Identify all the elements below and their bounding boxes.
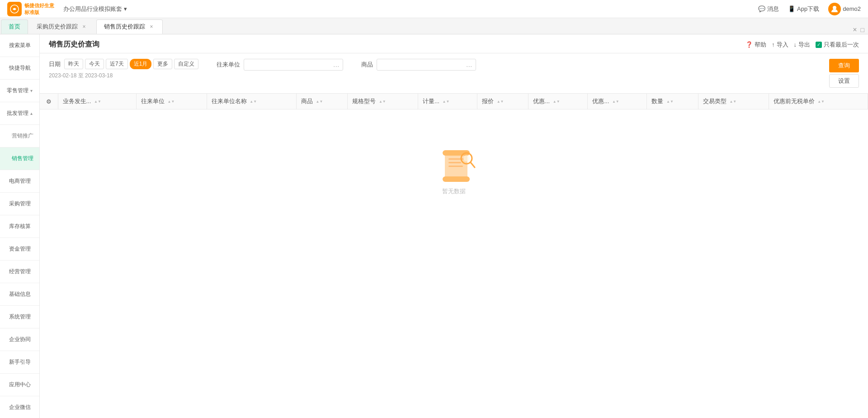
user-menu[interactable]: demo2 <box>828 3 861 15</box>
tab-home[interactable]: 首页 <box>1 19 28 34</box>
purchase-tab-close[interactable]: × <box>80 23 88 30</box>
th-pretax-price[interactable]: 优惠前无税单价 ▲▼ <box>769 94 868 109</box>
th-settings[interactable]: ⚙ <box>40 94 58 109</box>
export-btn[interactable]: ↓ 导出 <box>794 41 811 49</box>
app-selector[interactable]: 办公用品行业模拟账套 ▾ <box>63 5 127 13</box>
main-layout: 搜索菜单 快捷导航 零售管理 ▾ 批发管理 ▴ 营销推广 销售管理 电商管理 采… <box>0 34 868 418</box>
svg-line-10 <box>471 162 475 167</box>
date-btn-more[interactable]: 更多 <box>153 59 172 69</box>
quick-nav-label: 快捷导航 <box>9 64 31 72</box>
sidebar-item-purchase[interactable]: 采购管理 <box>0 193 39 215</box>
sidebar-item-guide[interactable]: 新手引导 <box>0 351 39 374</box>
checkbox-icon: ✓ <box>816 42 822 48</box>
sales-tab-close[interactable]: × <box>148 23 155 30</box>
header-right: 💬 消息 📱 App下载 demo2 <box>758 3 861 15</box>
th-qty[interactable]: 数量 ▲▼ <box>647 94 698 109</box>
only-last-checkbox[interactable]: ✓ 只看最后一次 <box>816 41 859 49</box>
sidebar-item-wholesale[interactable]: 批发管理 ▴ <box>0 102 39 125</box>
sidebar-item-appcenter[interactable]: 应用中心 <box>0 374 39 396</box>
th-discount2[interactable]: 优惠... ▲▼ <box>588 94 647 109</box>
sales-mgmt-label: 销售管理 <box>12 155 33 162</box>
table-container: ⚙ 业务发生... ▲▼ 往来单位 ▲▼ 往来单位名称 ▲▼ <box>40 94 868 418</box>
sidebar-item-search-menu[interactable]: 搜索菜单 <box>0 34 39 57</box>
inventory-label: 库存核算 <box>9 223 31 230</box>
th-partner-name[interactable]: 往来单位名称 ▲▼ <box>207 94 296 109</box>
page-title: 销售历史价查询 <box>49 40 99 49</box>
date-filter-row: 日期 昨天 今天 近7天 近1月 更多 自定义 <box>49 59 198 69</box>
message-icon: 💬 <box>758 5 765 12</box>
settings-button[interactable]: 设置 <box>829 74 859 88</box>
sort-icon-unit: ▲▼ <box>442 100 449 104</box>
help-btn[interactable]: ❓ 帮助 <box>745 41 766 49</box>
sidebar-item-system[interactable]: 系统管理 <box>0 306 39 328</box>
th-partner-code[interactable]: 往来单位 ▲▼ <box>136 94 207 109</box>
svg-point-1 <box>833 6 836 10</box>
chevron-down-icon: ▾ <box>124 5 127 12</box>
sidebar-item-finance[interactable]: 资金管理 <box>0 238 39 261</box>
sidebar-item-sales-mgmt[interactable]: 销售管理 <box>0 147 39 170</box>
th-trade-type[interactable]: 交易类型 ▲▼ <box>698 94 769 109</box>
message-btn[interactable]: 💬 消息 <box>758 5 779 13</box>
sidebar-item-quick-nav[interactable]: 快捷导航 <box>0 57 39 80</box>
sidebar-item-retail[interactable]: 零售管理 ▾ <box>0 80 39 102</box>
th-unit[interactable]: 计量... ▲▼ <box>418 94 477 109</box>
window-close-btn[interactable]: × <box>853 26 857 34</box>
partner-input-dots: ... <box>333 61 339 69</box>
retail-label: 零售管理 <box>7 87 28 95</box>
basic-label: 基础信息 <box>9 290 31 298</box>
avatar <box>828 3 841 15</box>
sidebar-item-basic[interactable]: 基础信息 <box>0 283 39 306</box>
th-product[interactable]: 商品 ▲▼ <box>296 94 347 109</box>
date-shortcuts: 昨天 今天 近7天 近1月 更多 自定义 <box>64 59 198 69</box>
logo-area: 畅捷信好生意 标准版 <box>7 2 54 16</box>
sidebar-item-ecommerce[interactable]: 电商管理 <box>0 170 39 193</box>
sidebar-item-marketing[interactable]: 营销推广 <box>0 125 39 147</box>
appcenter-label: 应用中心 <box>9 381 31 389</box>
sort-icon-trade-type: ▲▼ <box>729 100 736 104</box>
help-icon: ❓ <box>745 41 753 48</box>
empty-illustration <box>436 146 472 182</box>
th-biz-date[interactable]: 业务发生... ▲▼ <box>58 94 136 109</box>
app-download-btn[interactable]: 📱 App下载 <box>788 5 819 13</box>
sales-tab-label: 销售历史价跟踪 <box>104 23 145 31</box>
svg-point-9 <box>463 155 470 162</box>
date-btn-today[interactable]: 今天 <box>85 59 104 69</box>
gear-icon: ⚙ <box>46 98 52 105</box>
th-spec[interactable]: 规格型号 ▲▼ <box>348 94 418 109</box>
th-discount1[interactable]: 优惠... ▲▼ <box>528 94 588 109</box>
query-button[interactable]: 查询 <box>829 59 859 72</box>
finance-label: 资金管理 <box>9 245 31 253</box>
th-quote[interactable]: 报价 ▲▼ <box>477 94 528 109</box>
import-btn[interactable]: ↑ 导入 <box>772 41 788 49</box>
sort-icon-partner-name: ▲▼ <box>250 100 257 104</box>
window-maximize-btn[interactable]: □ <box>861 26 864 33</box>
logo-icon <box>7 2 22 16</box>
filter-area: 日期 昨天 今天 近7天 近1月 更多 自定义 2023-02-18 至 202… <box>40 53 868 94</box>
sort-icon-partner-code: ▲▼ <box>168 100 175 104</box>
date-label: 日期 <box>49 60 61 68</box>
date-btn-yesterday[interactable]: 昨天 <box>64 59 83 69</box>
tab-sales[interactable]: 销售历史价跟踪 × <box>96 19 163 34</box>
tab-purchase[interactable]: 采购历史价跟踪 × <box>29 19 95 34</box>
sidebar-item-ops[interactable]: 经营管理 <box>0 261 39 283</box>
product-filter-row: 商品 ... <box>361 59 476 71</box>
sidebar-item-ent-wechat[interactable]: 企业微信 <box>0 396 39 418</box>
sidebar-item-inventory[interactable]: 库存核算 <box>0 215 39 238</box>
import-icon: ↑ <box>772 41 775 48</box>
export-icon: ↓ <box>794 41 797 48</box>
purchase-label: 采购管理 <box>9 200 31 208</box>
product-input-dots: ... <box>466 61 472 69</box>
search-menu-label: 搜索菜单 <box>9 42 31 49</box>
filter-buttons: 查询 设置 <box>829 59 859 88</box>
svg-rect-4 <box>443 176 470 182</box>
product-input[interactable]: ... <box>377 59 476 71</box>
svg-rect-6 <box>448 162 461 163</box>
table-header-row: ⚙ 业务发生... ▲▼ 往来单位 ▲▼ 往来单位名称 ▲▼ <box>40 94 868 109</box>
partner-input[interactable]: ... <box>244 59 343 71</box>
enterprise-label: 企业协同 <box>9 336 31 343</box>
date-btn-custom[interactable]: 自定义 <box>174 59 198 69</box>
date-btn-1month[interactable]: 近1月 <box>130 59 152 69</box>
date-btn-7days[interactable]: 近7天 <box>106 59 128 69</box>
sidebar-item-enterprise[interactable]: 企业协同 <box>0 328 39 351</box>
page-actions: ❓ 帮助 ↑ 导入 ↓ 导出 ✓ 只看最后一次 <box>745 41 859 49</box>
